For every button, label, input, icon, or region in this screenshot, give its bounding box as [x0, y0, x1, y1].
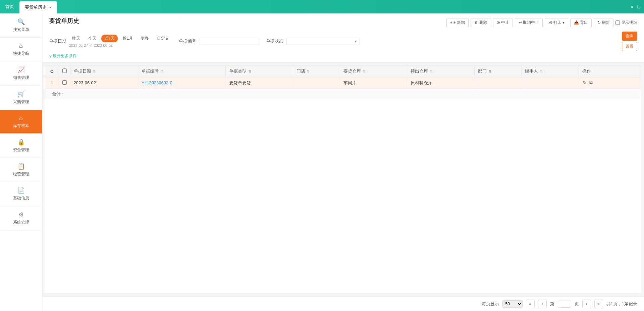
prev-page-button[interactable]: ‹	[538, 300, 547, 308]
inventory-icon: ⌂	[19, 115, 23, 122]
operation-icon: 📋	[17, 163, 25, 170]
date-btn-more[interactable]: 更多	[138, 35, 152, 42]
page-unit: 页	[575, 301, 579, 307]
sidebar-item-search-label: 搜索菜单	[13, 27, 29, 33]
sidebar-item-purchase[interactable]: 🛒 采购管理	[0, 86, 42, 110]
docno-filter-input[interactable]	[199, 38, 259, 45]
row-no: 1	[45, 77, 59, 89]
tab-requisition-history[interactable]: 要货单历史 ×	[19, 1, 57, 13]
date-btn-custom[interactable]: 自定义	[154, 35, 172, 42]
row-copy-icon[interactable]: ⧉	[589, 80, 593, 86]
next-page-button[interactable]: ›	[582, 300, 591, 308]
new-button-label: + 新增	[453, 20, 465, 26]
docno-filter-group: 单据编号	[179, 38, 259, 45]
status-filter-label: 单据状态	[266, 38, 283, 44]
table-settings-col[interactable]: ⚙	[45, 65, 59, 77]
table-checkbox-col	[59, 65, 70, 77]
date-btn-1month[interactable]: 近1月	[120, 35, 136, 42]
tab-requisition-history-label: 要货单历史	[25, 4, 47, 10]
toolbar: + + 新增 🗑 删除 ⊘ 中止 ↩ 取消中止	[446, 18, 637, 27]
sidebar-item-operation-label: 经营管理	[13, 171, 29, 177]
table-col-store[interactable]: 门店 ⇅	[293, 65, 340, 77]
sidebar-item-sales[interactable]: 📈 销售管理	[0, 61, 42, 86]
new-button[interactable]: + + 新增	[446, 18, 469, 27]
top-bar: 首页 要货单历史 × × □	[0, 0, 644, 13]
row-docno-link[interactable]: YH-20230602-0	[142, 80, 172, 85]
main-layout: 🔍 搜索菜单 ⌂ 快捷导航 📈 销售管理 🛒 采购管理 ⌂ 库存核算 🔒 资金管…	[0, 13, 644, 311]
refresh-icon: ↻	[597, 20, 601, 25]
table-col-docno[interactable]: 单据编号 ⇅	[138, 65, 226, 77]
sidebar-item-operation[interactable]: 📋 经营管理	[0, 158, 42, 182]
print-icon: 🖨	[548, 20, 552, 25]
date-filter-options: 昨天 今天 近7天 近1月 更多 自定义 2023-05-27 至 2023-0…	[69, 35, 172, 48]
sidebar-item-basic[interactable]: 📄 基础信息	[0, 182, 42, 206]
table-col-doctype[interactable]: 单据类型 ⇅	[226, 65, 293, 77]
query-button[interactable]: 查询	[622, 32, 637, 41]
export-button[interactable]: 📤 导出	[570, 18, 592, 27]
row-pendingwarehouse: 原材料仓库	[407, 77, 475, 89]
table-col-handler[interactable]: 经手人 ⇅	[522, 65, 579, 77]
delete-button[interactable]: 🗑 删除	[471, 18, 491, 27]
display-detail-label: 显示明细	[621, 20, 637, 26]
delete-button-label: 删除	[479, 20, 487, 26]
table-col-docdate[interactable]: 单据日期 ⇅	[70, 65, 138, 77]
sidebar-item-search[interactable]: 🔍 搜索菜单	[0, 13, 42, 38]
table-col-dept[interactable]: 部门 ⇅	[475, 65, 522, 77]
cancel-stop-button[interactable]: ↩ 取消中止	[515, 18, 543, 27]
search-icon: 🔍	[17, 18, 25, 26]
sidebar-item-sales-label: 销售管理	[13, 75, 29, 81]
sort-reqwarehouse-icon: ⇅	[363, 70, 366, 73]
sidebar-item-inventory[interactable]: ⌂ 库存核算	[0, 110, 42, 134]
page-number-input[interactable]: 1	[558, 301, 571, 308]
row-actions: ✎ ⧉	[579, 77, 641, 89]
tab-home[interactable]: 首页	[0, 0, 19, 13]
sidebar-item-quicknav[interactable]: ⌂ 快捷导航	[0, 38, 42, 61]
sidebar-item-finance[interactable]: 🔒 资金管理	[0, 134, 42, 158]
select-all-checkbox[interactable]	[62, 69, 67, 73]
tab-close-icon[interactable]: ×	[49, 5, 52, 10]
date-btn-yesterday[interactable]: 昨天	[69, 35, 83, 42]
filter-row: 单据日期 昨天 今天 近7天 近1月 更多 自定义 2023-05-27 至 2…	[49, 32, 637, 51]
row-checkbox[interactable]	[62, 80, 67, 85]
expand-more-button[interactable]: ∨ 展开更多条件	[49, 53, 637, 59]
stop-button[interactable]: ⊘ 中止	[493, 18, 513, 27]
sort-handler-icon: ⇅	[540, 70, 543, 73]
sidebar-item-system[interactable]: ⚙ 系统管理	[0, 206, 42, 230]
row-dept	[475, 77, 522, 89]
page-size-select[interactable]: 10 20 50 100	[502, 300, 523, 308]
display-detail-input[interactable]	[615, 20, 620, 25]
settings-button[interactable]: 设置	[622, 42, 637, 51]
finance-icon: 🔒	[17, 138, 25, 146]
row-docno: YH-20230602-0	[138, 77, 226, 89]
refresh-button[interactable]: ↻ 刷新	[594, 18, 613, 27]
expand-more-label: 展开更多条件	[53, 53, 77, 59]
page-size-label: 每页显示	[482, 301, 499, 307]
home-icon: ⌂	[19, 42, 23, 49]
date-filter-label: 单据日期	[49, 38, 66, 44]
display-detail-checkbox[interactable]: 显示明细	[615, 20, 637, 26]
table-col-reqwarehouse[interactable]: 要货仓库 ⇅	[340, 65, 407, 77]
sidebar: 🔍 搜索菜单 ⌂ 快捷导航 📈 销售管理 🛒 采购管理 ⌂ 库存核算 🔒 资金管…	[0, 13, 42, 311]
stop-icon: ⊘	[497, 20, 500, 25]
table-row[interactable]: 1 2023-06-02 YH-20230602-0 要货单要货 车间库 原材料…	[45, 77, 641, 89]
row-checkbox-cell	[59, 77, 70, 89]
last-page-button[interactable]: »	[594, 300, 603, 308]
action-icons: ✎ ⧉	[582, 80, 637, 86]
date-btn-today[interactable]: 今天	[85, 35, 99, 42]
basic-icon: 📄	[17, 187, 25, 194]
first-page-button[interactable]: «	[526, 300, 535, 308]
close-window-icon[interactable]: ×	[631, 4, 634, 9]
row-edit-icon[interactable]: ✎	[582, 80, 587, 86]
print-button[interactable]: 🖨 打印 ▾	[545, 18, 568, 27]
status-filter-select[interactable]	[286, 38, 360, 45]
sort-dept-icon: ⇅	[489, 70, 491, 73]
table-body: 1 2023-06-02 YH-20230602-0 要货单要货 车间库 原材料…	[45, 77, 641, 89]
date-btn-7days[interactable]: 近7天	[101, 35, 118, 42]
page-header-top: 要货单历史 + + 新增 🗑 删除 ⊘ 中止 ↩	[49, 17, 637, 28]
row-handler	[522, 77, 579, 89]
maximize-icon[interactable]: □	[637, 4, 640, 9]
chevron-down-icon: ∨	[49, 54, 52, 58]
table-col-pendingwarehouse[interactable]: 待出仓库 ⇅	[407, 65, 475, 77]
print-dropdown-icon: ▾	[562, 20, 565, 25]
content-area: 要货单历史 + + 新增 🗑 删除 ⊘ 中止 ↩	[42, 13, 644, 311]
